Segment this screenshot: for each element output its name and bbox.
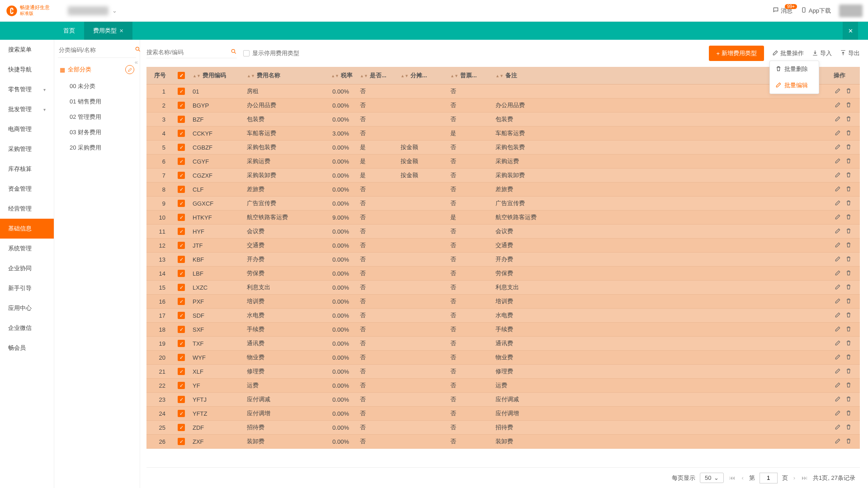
row-checkbox[interactable]: ✓ [174,379,189,393]
per-page-select[interactable]: 50 ⌄ [700,473,724,483]
row-checkbox[interactable]: ✓ [174,421,189,435]
row-checkbox[interactable]: ✓ [174,435,189,449]
first-page-button[interactable]: ⏮ [728,474,736,481]
row-checkbox[interactable]: ✓ [174,84,189,99]
row-checkbox[interactable]: ✓ [174,211,189,225]
shop-selector[interactable]: ⌄ [68,6,117,15]
sidebar-item[interactable]: 系统管理 [0,239,54,258]
search-icon[interactable] [231,48,237,56]
sidebar-item[interactable]: 资金管理 [0,179,54,199]
next-page-button[interactable]: › [793,474,796,481]
edit-row-icon[interactable] [835,326,841,333]
row-checkbox[interactable]: ✓ [174,323,189,337]
sidebar-item[interactable]: 搜索菜单 [0,40,54,60]
category-item[interactable]: 00 未分类 [68,79,136,94]
category-item[interactable]: 20 采购费用 [68,140,136,155]
row-checkbox[interactable]: ✓ [174,393,189,407]
export-link[interactable]: 导出 [840,49,860,57]
delete-row-icon[interactable] [845,284,852,291]
delete-row-icon[interactable] [845,186,852,193]
edit-row-icon[interactable] [835,172,841,179]
edit-row-icon[interactable] [835,158,841,165]
delete-row-icon[interactable] [845,396,852,404]
batch-operations-link[interactable]: 批量操作 [772,49,804,57]
delete-row-icon[interactable] [845,102,852,109]
delete-row-icon[interactable] [845,438,852,446]
tab-expense-type[interactable]: 费用类型 ✕ [84,22,132,40]
col-bool1[interactable]: ▲▼是否... [356,67,397,84]
new-expense-type-button[interactable]: + 新增费用类型 [709,46,764,61]
import-link[interactable]: 导入 [812,49,832,57]
row-checkbox[interactable]: ✓ [174,337,189,351]
close-icon[interactable]: ✕ [119,28,123,34]
delete-row-icon[interactable] [845,340,852,347]
row-checkbox[interactable]: ✓ [174,141,189,155]
messages-link[interactable]: 消息 99+ [773,7,793,15]
edit-row-icon[interactable] [835,270,841,277]
delete-row-icon[interactable] [845,326,852,333]
table-search-input[interactable] [146,49,227,56]
prev-page-button[interactable]: ‹ [741,474,744,481]
row-checkbox[interactable]: ✓ [174,169,189,183]
sidebar-item[interactable]: 经营管理 [0,199,54,219]
row-checkbox[interactable]: ✓ [174,281,189,295]
sidebar-item[interactable]: 采购管理 [0,139,54,159]
expense-table-wrap[interactable]: 序号 ✓ ▲▼费用编码 ▲▼费用名称 ▲▼税率 ▲▼是否... ▲▼分摊... … [146,67,860,467]
fullscreen-icon[interactable]: ⛶ [860,22,868,40]
sidebar-item[interactable]: 电商管理 [0,119,54,139]
delete-row-icon[interactable] [845,158,852,165]
edit-row-icon[interactable] [835,284,841,291]
edit-row-icon[interactable] [835,214,841,221]
edit-row-icon[interactable] [835,396,841,404]
col-alloc[interactable]: ▲▼分摊... [397,67,447,84]
row-checkbox[interactable]: ✓ [174,225,189,239]
delete-row-icon[interactable] [845,116,852,123]
sidebar-item[interactable]: 企业微信 [0,318,54,338]
edit-row-icon[interactable] [835,312,841,319]
edit-category-icon[interactable] [125,65,134,74]
row-checkbox[interactable]: ✓ [174,267,189,281]
sidebar-item[interactable]: 应用中心 [0,298,54,318]
category-search-input[interactable] [59,47,135,53]
collapse-panel-icon[interactable]: « [135,59,138,66]
delete-row-icon[interactable] [845,144,852,151]
sidebar-item[interactable]: 库存核算 [0,159,54,179]
delete-row-icon[interactable] [845,172,852,179]
row-checkbox[interactable]: ✓ [174,253,189,267]
edit-row-icon[interactable] [835,438,841,446]
col-code[interactable]: ▲▼费用编码 [189,67,243,84]
delete-row-icon[interactable] [845,312,852,319]
edit-row-icon[interactable] [835,88,841,95]
row-checkbox[interactable]: ✓ [174,365,189,379]
delete-row-icon[interactable] [845,368,852,375]
row-checkbox[interactable]: ✓ [174,183,189,197]
tab-home[interactable]: 首页 [54,22,84,40]
col-seq[interactable]: 序号 [146,67,174,84]
sidebar-item[interactable]: 新手引导 [0,278,54,298]
sidebar-item[interactable]: 基础信息 [0,219,54,239]
edit-row-icon[interactable] [835,256,841,263]
row-checkbox[interactable]: ✓ [174,309,189,323]
row-checkbox[interactable]: ✓ [174,127,189,141]
edit-row-icon[interactable] [835,242,841,249]
edit-row-icon[interactable] [835,116,841,123]
edit-row-icon[interactable] [835,144,841,151]
category-item[interactable]: 03 财务费用 [68,125,136,140]
edit-row-icon[interactable] [835,424,841,432]
edit-row-icon[interactable] [835,368,841,375]
delete-row-icon[interactable] [845,354,852,361]
edit-row-icon[interactable] [835,410,841,418]
edit-row-icon[interactable] [835,102,841,109]
app-download-link[interactable]: App下载 [801,7,831,15]
sidebar-item[interactable]: 批发管理▾ [0,99,54,119]
batch-delete-item[interactable]: 批量删除 [770,61,819,77]
delete-row-icon[interactable] [845,382,852,389]
row-checkbox[interactable]: ✓ [174,155,189,169]
delete-row-icon[interactable] [845,270,852,277]
row-checkbox[interactable]: ✓ [174,351,189,365]
delete-row-icon[interactable] [845,214,852,221]
category-item[interactable]: 02 管理费用 [68,109,136,125]
edit-row-icon[interactable] [835,130,841,137]
delete-row-icon[interactable] [845,410,852,418]
delete-row-icon[interactable] [845,88,852,95]
